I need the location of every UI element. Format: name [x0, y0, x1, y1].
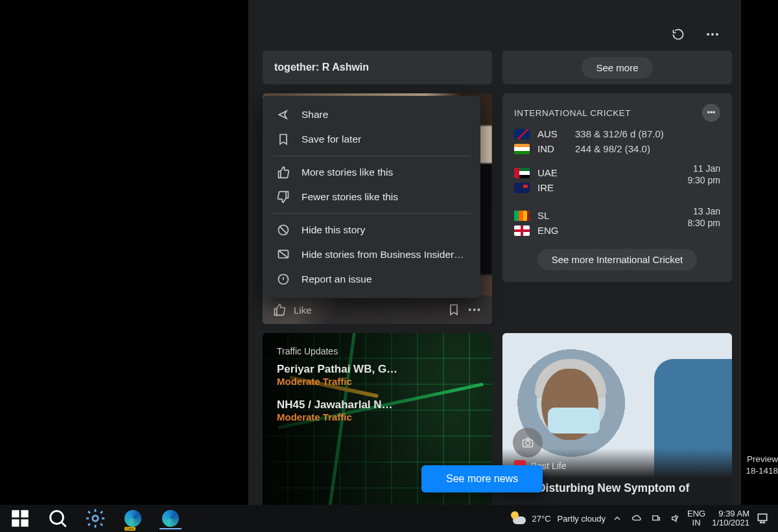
story-stub-title: together: R Ashwin — [274, 62, 369, 73]
cricket-card: INTERNATIONAL CRICKET ••• AUS338 & 312/6… — [502, 93, 732, 282]
cricket-title: INTERNATIONAL CRICKET — [514, 108, 631, 118]
ctx-report[interactable]: Report an issue — [263, 267, 480, 292]
block-icon — [277, 224, 290, 237]
volume-icon[interactable] — [670, 513, 681, 524]
story-action-bar: Like ••• — [263, 295, 492, 324]
svg-rect-7 — [12, 519, 19, 526]
svg-rect-6 — [21, 510, 28, 517]
taskbar: 27°C Partly cloudy ENG IN 9:39 AM 1/10/2… — [0, 505, 778, 532]
ctx-more-like[interactable]: More stories like this — [263, 160, 480, 185]
refresh-button[interactable] — [670, 26, 687, 43]
flag-icon — [514, 211, 530, 221]
refresh-icon — [672, 28, 685, 41]
hide-source-icon — [277, 248, 290, 261]
system-tray — [612, 513, 681, 524]
flag-icon — [514, 183, 530, 193]
flag-icon — [514, 226, 530, 236]
weather-widget[interactable]: 27°C Partly cloudy — [509, 511, 606, 526]
camera-icon — [521, 436, 534, 449]
traffic-route-state: Moderate Traffic — [277, 376, 478, 387]
edge-app[interactable] — [159, 507, 182, 529]
action-center-icon[interactable] — [756, 512, 769, 525]
onedrive-icon[interactable] — [631, 513, 642, 524]
like-label[interactable]: Like — [294, 305, 312, 316]
cricket-see-more-button[interactable]: See more International Cricket — [537, 249, 698, 270]
share-icon — [277, 108, 290, 121]
tray-chevron-icon[interactable] — [612, 513, 622, 524]
settings-app[interactable] — [84, 507, 106, 529]
ctx-hide-story[interactable]: Hide this story — [263, 218, 480, 242]
svg-rect-8 — [21, 519, 28, 526]
thumb-down-icon — [277, 191, 290, 203]
start-button[interactable] — [9, 507, 31, 529]
ctx-share[interactable]: Share — [263, 102, 480, 127]
traffic-route-name: Periyar Pathai WB, G… — [277, 363, 419, 376]
build-label: Preview 18-1418 — [746, 454, 778, 477]
svg-point-4 — [526, 441, 530, 446]
panel-more-button[interactable]: ••• — [705, 26, 722, 43]
traffic-heading: Traffic Updates — [277, 346, 478, 356]
cricket-match[interactable]: SL ENG 13 Jan 8:30 pm — [514, 206, 720, 240]
svg-rect-12 — [758, 514, 766, 520]
news-interests-panel: ••• together: R Ashwin Like ••• — [248, 0, 741, 508]
traffic-route-state: Moderate Traffic — [277, 411, 478, 422]
svg-point-10 — [93, 516, 99, 522]
bookmark-icon[interactable] — [447, 303, 460, 316]
cricket-match[interactable]: AUS338 & 312/6 d (87.0) IND244 & 98/2 (3… — [514, 128, 720, 154]
cricket-match[interactable]: UAE IRE 11 Jan 9:30 pm — [514, 163, 720, 197]
network-icon[interactable] — [651, 513, 661, 524]
traffic-item[interactable]: Periyar Pathai WB, G… Moderate Traffic — [277, 363, 478, 387]
ctx-hide-source[interactable]: Hide stories from Business Insider… — [263, 242, 480, 267]
svg-point-9 — [51, 511, 64, 524]
flag-icon — [514, 168, 530, 178]
bookmark-icon — [277, 133, 290, 146]
story-card-stub[interactable]: together: R Ashwin — [263, 51, 492, 84]
thumb-up-icon — [277, 166, 290, 179]
svg-rect-11 — [653, 516, 658, 520]
story-context-menu: Share Save for later More stories like t… — [263, 96, 480, 298]
story-more-button[interactable]: ••• — [468, 303, 482, 316]
weather-temp: 27°C — [532, 514, 551, 524]
svg-rect-5 — [12, 510, 19, 517]
traffic-route-name: NH45 / Jawaharlal N… — [277, 399, 419, 411]
see-more-button[interactable]: See more — [582, 57, 652, 78]
clock[interactable]: 9:39 AM 1/10/2021 — [712, 509, 749, 527]
ctx-fewer-like[interactable]: Fewer stories like this — [263, 185, 480, 209]
edge-canary-app[interactable] — [122, 507, 144, 529]
photo-card-title: The Disturbing New Symptom of — [514, 481, 720, 495]
language-indicator[interactable]: ENG IN — [687, 509, 705, 527]
flag-icon — [514, 144, 530, 154]
weather-icon — [509, 511, 526, 526]
search-button[interactable] — [47, 507, 69, 529]
info-icon — [277, 273, 290, 286]
traffic-item[interactable]: NH45 / Jawaharlal N… Moderate Traffic — [277, 399, 478, 422]
see-more-card: See more — [502, 51, 732, 84]
see-more-news-button[interactable]: See more news — [421, 465, 543, 492]
cricket-more-button[interactable]: ••• — [702, 104, 720, 122]
flag-icon — [514, 129, 530, 139]
weather-cond: Partly cloudy — [558, 514, 606, 524]
ctx-save[interactable]: Save for later — [263, 127, 480, 152]
thumb-up-icon[interactable] — [273, 303, 286, 316]
